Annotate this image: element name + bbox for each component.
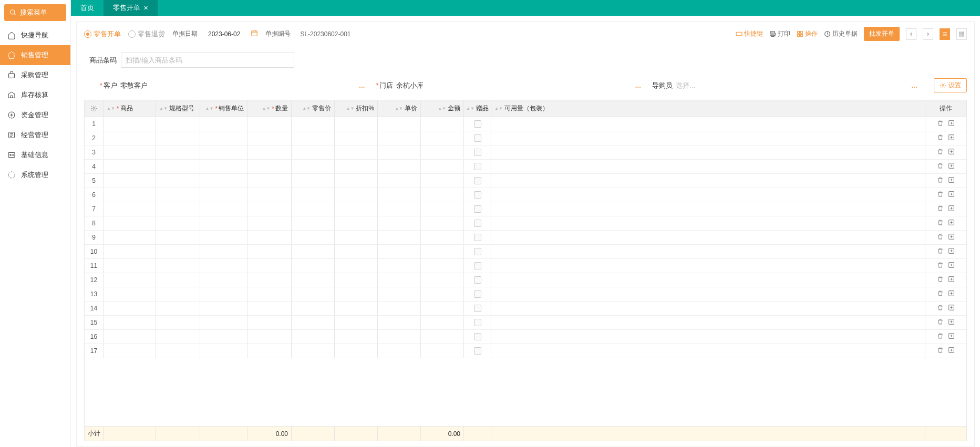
cell-amount[interactable] bbox=[421, 131, 464, 145]
delete-row-button[interactable] bbox=[937, 148, 944, 157]
cell-product[interactable] bbox=[104, 231, 156, 244]
th-retail[interactable]: ▲▼零售价 bbox=[292, 100, 335, 117]
cell-amount[interactable] bbox=[421, 117, 464, 131]
cell-discount[interactable] bbox=[335, 302, 378, 315]
cell-discount[interactable] bbox=[335, 330, 378, 344]
cell-qty[interactable] bbox=[247, 273, 292, 287]
search-menu-button[interactable]: 搜索菜单 bbox=[4, 4, 66, 21]
store-filter[interactable]: * 门店 余杭小库 … bbox=[376, 81, 647, 90]
cell-spec[interactable] bbox=[156, 330, 200, 344]
delete-row-button[interactable] bbox=[937, 262, 944, 270]
view-mode-a-button[interactable] bbox=[940, 28, 950, 40]
add-row-button[interactable] bbox=[948, 276, 955, 284]
table-row[interactable]: 13 bbox=[85, 287, 966, 302]
cell-amount[interactable] bbox=[421, 316, 464, 329]
delete-row-button[interactable] bbox=[937, 191, 944, 199]
delete-row-button[interactable] bbox=[937, 276, 944, 284]
cell-unit[interactable] bbox=[200, 188, 247, 202]
table-row[interactable]: 11 bbox=[85, 259, 966, 273]
gift-checkbox[interactable] bbox=[474, 347, 481, 355]
th-amount[interactable]: ▲▼金额 bbox=[421, 100, 464, 117]
gift-checkbox[interactable] bbox=[474, 134, 481, 142]
cell-price[interactable] bbox=[378, 160, 421, 173]
cell-discount[interactable] bbox=[335, 174, 378, 188]
cell-discount[interactable] bbox=[335, 259, 378, 273]
cell-discount[interactable] bbox=[335, 344, 378, 358]
cell-unit[interactable] bbox=[200, 145, 247, 159]
cell-gift[interactable] bbox=[464, 174, 491, 188]
delete-row-button[interactable] bbox=[937, 347, 944, 355]
cell-spec[interactable] bbox=[156, 231, 200, 244]
cell-price[interactable] bbox=[378, 231, 421, 244]
add-row-button[interactable] bbox=[948, 219, 955, 227]
cell-product[interactable] bbox=[104, 259, 156, 273]
cell-retail[interactable] bbox=[292, 259, 335, 273]
th-spec[interactable]: ▲▼规格型号 bbox=[156, 100, 200, 117]
guide-picker-button[interactable]: … bbox=[906, 82, 923, 89]
delete-row-button[interactable] bbox=[937, 134, 944, 142]
cell-price[interactable] bbox=[378, 216, 421, 230]
cell-spec[interactable] bbox=[156, 174, 200, 188]
cell-retail[interactable] bbox=[292, 202, 335, 216]
cell-retail[interactable] bbox=[292, 316, 335, 329]
table-row[interactable]: 16 bbox=[85, 330, 966, 344]
cell-price[interactable] bbox=[378, 174, 421, 188]
cell-discount[interactable] bbox=[335, 131, 378, 145]
cell-unit[interactable] bbox=[200, 216, 247, 230]
cell-discount[interactable] bbox=[335, 245, 378, 258]
cell-retail[interactable] bbox=[292, 216, 335, 230]
cell-product[interactable] bbox=[104, 131, 156, 145]
cell-spec[interactable] bbox=[156, 316, 200, 329]
add-row-button[interactable] bbox=[948, 233, 955, 242]
customer-filter[interactable]: * 客户 零散客户 … bbox=[100, 81, 371, 90]
cell-retail[interactable] bbox=[292, 231, 335, 244]
cell-gift[interactable] bbox=[464, 344, 491, 358]
gift-checkbox[interactable] bbox=[474, 262, 481, 269]
shortcut-button[interactable]: 快捷键 bbox=[736, 29, 763, 38]
cell-gift[interactable] bbox=[464, 330, 491, 344]
cell-qty[interactable] bbox=[247, 344, 292, 358]
table-row[interactable]: 14 bbox=[85, 302, 966, 316]
cell-discount[interactable] bbox=[335, 188, 378, 202]
cell-amount[interactable] bbox=[421, 188, 464, 202]
prev-button[interactable] bbox=[906, 28, 916, 40]
delete-row-button[interactable] bbox=[937, 290, 944, 298]
add-row-button[interactable] bbox=[948, 304, 955, 313]
guide-filter[interactable]: 导购员 选择... … bbox=[652, 81, 923, 90]
gift-checkbox[interactable] bbox=[474, 177, 481, 184]
cell-price[interactable] bbox=[378, 273, 421, 287]
gift-checkbox[interactable] bbox=[474, 191, 481, 199]
table-row[interactable]: 5 bbox=[85, 174, 966, 188]
th-unit[interactable]: ▲▼*销售单位 bbox=[200, 100, 247, 117]
add-row-button[interactable] bbox=[948, 247, 955, 256]
cell-product[interactable] bbox=[104, 302, 156, 315]
cell-product[interactable] bbox=[104, 145, 156, 159]
cell-product[interactable] bbox=[104, 316, 156, 329]
delete-row-button[interactable] bbox=[937, 318, 944, 327]
cell-retail[interactable] bbox=[292, 174, 335, 188]
cell-unit[interactable] bbox=[200, 117, 247, 131]
table-row[interactable]: 17 bbox=[85, 344, 966, 358]
cell-retail[interactable] bbox=[292, 287, 335, 301]
cell-unit[interactable] bbox=[200, 302, 247, 315]
cell-retail[interactable] bbox=[292, 117, 335, 131]
cell-product[interactable] bbox=[104, 202, 156, 216]
cell-gift[interactable] bbox=[464, 216, 491, 230]
cell-amount[interactable] bbox=[421, 174, 464, 188]
cell-unit[interactable] bbox=[200, 202, 247, 216]
cell-discount[interactable] bbox=[335, 316, 378, 329]
th-price[interactable]: ▲▼单价 bbox=[378, 100, 421, 117]
delete-row-button[interactable] bbox=[937, 233, 944, 242]
barcode-input[interactable] bbox=[121, 53, 294, 68]
cell-spec[interactable] bbox=[156, 259, 200, 273]
cell-qty[interactable] bbox=[247, 302, 292, 315]
history-button[interactable]: 历史单据 bbox=[824, 29, 858, 38]
cell-unit[interactable] bbox=[200, 231, 247, 244]
cell-discount[interactable] bbox=[335, 231, 378, 244]
cell-gift[interactable] bbox=[464, 188, 491, 202]
add-row-button[interactable] bbox=[948, 134, 955, 142]
cell-price[interactable] bbox=[378, 188, 421, 202]
cell-retail[interactable] bbox=[292, 188, 335, 202]
add-row-button[interactable] bbox=[948, 290, 955, 298]
table-row[interactable]: 15 bbox=[85, 316, 966, 330]
